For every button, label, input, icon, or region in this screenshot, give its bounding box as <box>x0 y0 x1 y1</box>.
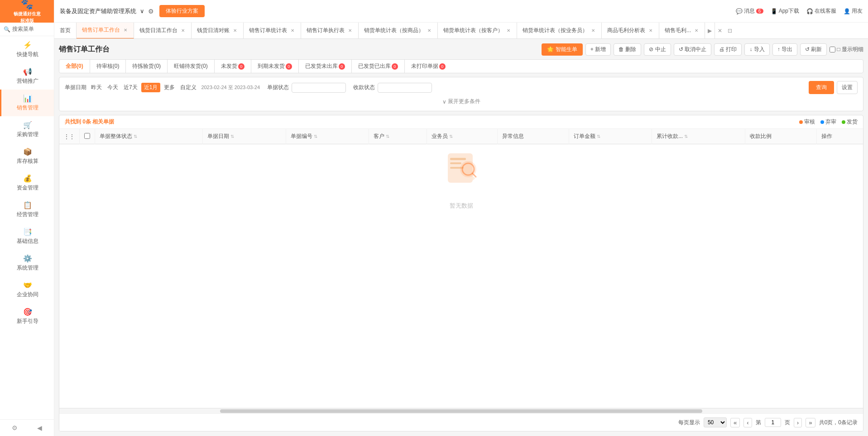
tab-sales-gross[interactable]: 销售毛利... ✕ <box>659 23 705 39</box>
tab-product-margin[interactable]: 商品毛利分析表 ✕ <box>602 23 659 39</box>
user-btn[interactable]: 👤 用友 <box>844 7 863 15</box>
col-date[interactable]: 单据日期 <box>203 129 286 144</box>
tab-close-icon[interactable]: ✕ <box>180 28 186 33</box>
date-opt-yesterday[interactable]: 昨天 <box>89 83 104 92</box>
tab-expand[interactable]: ⊡ <box>725 23 735 39</box>
col-collected[interactable]: 累计收款... <box>652 129 745 144</box>
filter-tab-inspect[interactable]: 待拣验货(0) <box>126 60 168 73</box>
tab-close-icon[interactable]: ✕ <box>648 28 653 33</box>
filter-tab-not-printed[interactable]: 未打印单据0 <box>405 60 452 73</box>
tab-sales-stat-product[interactable]: 销货单统计表（按商品） ✕ <box>359 23 438 39</box>
col-customer[interactable]: 客户 <box>369 129 427 144</box>
industry-btn[interactable]: 体验行业方案 <box>159 5 205 17</box>
tab-home[interactable]: 首页 <box>54 23 77 39</box>
print-btn[interactable]: 🖨 打印 <box>714 43 742 56</box>
col-amount[interactable]: 订单金额 <box>569 129 652 144</box>
select-all-checkbox[interactable] <box>84 133 90 139</box>
first-page-btn[interactable]: « <box>730 418 740 427</box>
col-number[interactable]: 单据编号 <box>286 129 369 144</box>
status-select[interactable] <box>292 83 346 93</box>
filter-tab-all[interactable]: 全部(0) <box>59 60 90 73</box>
smart-btn[interactable]: 🌟 智能生单 <box>542 43 582 56</box>
tab-sales-stat-staff[interactable]: 销货单统计表（按业务员） ✕ <box>517 23 602 39</box>
sidebar-item-guide[interactable]: 🎯 新手引导 <box>0 303 54 330</box>
stop-btn[interactable]: ⊘ 中止 <box>644 43 671 56</box>
tab-sales-stat-customer[interactable]: 销货单统计表（按客户） ✕ <box>438 23 517 39</box>
online-service-btn[interactable]: 🎧 在线客服 <box>806 7 836 15</box>
date-opt-more[interactable]: 更多 <box>162 83 177 92</box>
refresh-btn[interactable]: ↺ 刷新 <box>800 43 827 56</box>
col-status[interactable]: 单据整体状态 <box>95 129 203 144</box>
tab-close-icon[interactable]: ✕ <box>232 28 238 33</box>
query-btn[interactable]: 查询 <box>809 81 834 94</box>
topbar-gear-icon[interactable]: ⚙ <box>148 8 154 15</box>
tab-close-icon[interactable]: ✕ <box>347 28 353 33</box>
settings-filter-btn[interactable]: 设置 <box>837 81 858 94</box>
tab-sales-workbench[interactable]: 销售订单工作台 ✕ <box>77 23 134 39</box>
sidebar-item-system[interactable]: ⚙️ 系统管理 <box>0 250 54 276</box>
payment-select[interactable] <box>378 83 432 93</box>
filter-tab-wangpu[interactable]: 旺铺待发货(0) <box>168 60 215 73</box>
sidebar-search[interactable]: 🔍 搜索菜单 <box>0 23 54 36</box>
tab-close-icon[interactable]: ✕ <box>506 28 511 33</box>
add-btn[interactable]: + 新增 <box>585 43 611 56</box>
tab-close-icon[interactable]: ✕ <box>694 28 699 33</box>
show-detail-checkbox[interactable] <box>830 47 835 52</box>
next-page-btn[interactable]: › <box>794 418 802 427</box>
message-btn[interactable]: 💬 消息 6 <box>736 7 763 15</box>
tab-cash-account[interactable]: 钱货日清对账 ✕ <box>192 23 244 39</box>
date-opt-custom[interactable]: 自定义 <box>178 83 198 92</box>
sidebar-item-operations[interactable]: 📋 经营管理 <box>0 196 54 223</box>
tab-close-icon[interactable]: ✕ <box>123 28 128 33</box>
filter-tab-shipped-not-out[interactable]: 已发货未出库0 <box>299 60 352 73</box>
last-page-btn[interactable]: » <box>806 418 815 427</box>
horizontal-scrollbar[interactable] <box>59 408 863 413</box>
sidebar-item-finance[interactable]: 💰 资金管理 <box>0 170 54 196</box>
tab-close-icon[interactable]: ✕ <box>290 28 295 33</box>
sidebar-item-basic[interactable]: 📑 基础信息 <box>0 223 54 250</box>
quick-review[interactable]: 审核 <box>799 118 815 126</box>
filter-tab-label: 已发货未出库 <box>305 63 338 69</box>
col-staff[interactable]: 业务员 <box>427 129 498 144</box>
tab-sales-exec[interactable]: 销售订单执行表 ✕ <box>301 23 359 39</box>
tab-cash-daily[interactable]: 钱货日清工作台 ✕ <box>134 23 192 39</box>
cancel-stop-btn[interactable]: ↺ 取消中止 <box>674 43 711 56</box>
sidebar: 🐾 畅捷通好生意 标准版 🔍 搜索菜单 ⚡ 快捷导航 📢 营销推广 📊 销售管理… <box>0 0 54 436</box>
expand-more-btn[interactable]: ∨ 展开更多条件 <box>441 96 482 107</box>
tab-scroll-right[interactable]: ▶ <box>705 23 715 39</box>
export-btn[interactable]: ↑ 导出 <box>772 43 797 56</box>
message-icon: 💬 <box>736 8 743 14</box>
delete-btn[interactable]: 🗑 删除 <box>614 43 641 56</box>
per-page-select[interactable]: 50 100 200 <box>704 417 727 427</box>
sidebar-item-inventory[interactable]: 📦 库存核算 <box>0 143 54 170</box>
filter-tab-pending[interactable]: 待审核(0) <box>90 60 126 73</box>
prev-page-btn[interactable]: ‹ <box>743 418 752 427</box>
col-check[interactable] <box>80 129 95 144</box>
tab-close-all[interactable]: ✕ <box>715 23 725 39</box>
date-opt-today[interactable]: 今天 <box>106 83 120 92</box>
tab-sales-stats[interactable]: 销售订单统计表 ✕ <box>244 23 301 39</box>
sidebar-item-sales[interactable]: 📊 销售管理 <box>0 90 54 116</box>
app-download-btn[interactable]: 📱 App下载 <box>771 7 799 15</box>
settings-icon[interactable]: ⚙ <box>12 424 18 431</box>
sidebar-item-quick[interactable]: ⚡ 快捷导航 <box>0 36 54 63</box>
sidebar-item-marketing[interactable]: 📢 营销推广 <box>0 63 54 90</box>
total-info: 共0页，0条记录 <box>819 419 858 427</box>
date-opt-7days[interactable]: 近7天 <box>122 83 139 92</box>
quick-cancel-review[interactable]: 弃审 <box>820 118 836 126</box>
date-opt-1month[interactable]: 近1月 <box>141 83 161 92</box>
filter-tab-shipped-out[interactable]: 已发货已出库0 <box>352 60 405 73</box>
sidebar-item-purchase[interactable]: 🛒 采购管理 <box>0 116 54 143</box>
sidebar-item-enterprise[interactable]: 🤝 企业协同 <box>0 276 54 303</box>
page-input[interactable]: 1 <box>765 418 781 427</box>
collapse-icon[interactable]: ◀ <box>37 424 42 431</box>
scrollbar-thumb[interactable] <box>220 409 702 413</box>
abnormal-col-header: 异常信息 <box>502 133 524 139</box>
tab-close-icon[interactable]: ✕ <box>427 28 432 33</box>
quick-ship[interactable]: 发货 <box>842 118 858 126</box>
filter-tab-not-shipped[interactable]: 未发货0 <box>215 60 251 73</box>
import-btn[interactable]: ↓ 导入 <box>744 43 769 56</box>
filter-tab-overdue[interactable]: 到期未发货0 <box>251 60 299 73</box>
tab-close-icon[interactable]: ✕ <box>590 28 596 33</box>
show-detail-label[interactable]: □ 显示明细 <box>830 46 863 53</box>
